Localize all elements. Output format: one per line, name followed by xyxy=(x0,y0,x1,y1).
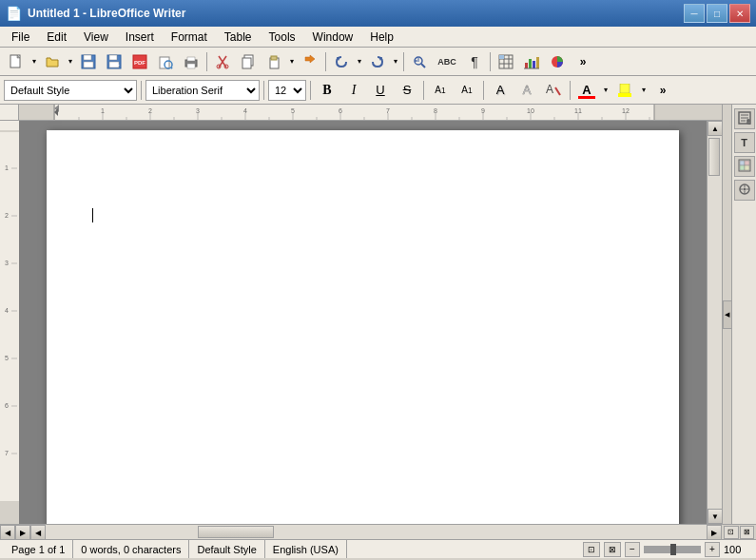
copy-button[interactable] xyxy=(236,50,261,73)
scroll-thumb-horizontal[interactable] xyxy=(198,526,274,538)
paragraph-style-select[interactable]: Default Style Heading 1 Heading 2 Body T… xyxy=(4,80,137,101)
superscript-button[interactable]: A1 xyxy=(428,79,453,102)
insert-table-button[interactable] xyxy=(494,50,518,73)
window-title: Untitled 1 - LibreOffice Writer xyxy=(28,7,185,20)
menu-tools[interactable]: Tools xyxy=(262,29,303,46)
subscript-button[interactable]: A1 xyxy=(455,79,479,102)
svg-rect-37 xyxy=(499,55,504,59)
svg-text:11: 11 xyxy=(574,107,582,114)
highlight-dropdown[interactable]: ▾ xyxy=(639,79,649,102)
status-view2-button[interactable]: ⊠ xyxy=(604,542,621,557)
zoom-in-button[interactable]: + xyxy=(705,542,720,557)
autonumber-button[interactable]: ¶ xyxy=(462,50,487,73)
menu-view[interactable]: View xyxy=(76,29,116,46)
redo-button[interactable] xyxy=(365,50,390,73)
shadow-text-button[interactable]: A xyxy=(488,79,513,102)
next-page-button[interactable]: ▶ xyxy=(15,525,30,540)
scroll-down-button[interactable]: ▼ xyxy=(708,509,722,524)
menu-help[interactable]: Help xyxy=(362,29,401,46)
menu-edit[interactable]: Edit xyxy=(39,29,74,46)
font-size-select[interactable]: 891011 12141618 xyxy=(268,80,306,101)
print-button[interactable] xyxy=(179,50,204,73)
saveas-button[interactable]: + xyxy=(102,50,126,73)
title-bar: 📄 Untitled 1 - LibreOffice Writer ─ □ ✕ xyxy=(0,0,756,27)
svg-rect-115 xyxy=(740,161,745,165)
scroll-right-button[interactable]: ▶ xyxy=(707,525,722,540)
underline-button[interactable]: U xyxy=(368,79,393,102)
zoom-slider[interactable] xyxy=(644,546,701,553)
open-dropdown[interactable]: ▾ xyxy=(66,50,75,73)
more-button[interactable]: » xyxy=(571,50,595,73)
svg-rect-16 xyxy=(187,64,195,68)
menu-table[interactable]: Table xyxy=(217,29,260,46)
italic-button[interactable]: I xyxy=(341,79,366,102)
svg-text:1: 1 xyxy=(101,107,105,114)
minimize-button[interactable]: ─ xyxy=(684,4,705,23)
scroll-left-button[interactable]: ◀ xyxy=(30,525,46,540)
menu-file[interactable]: File xyxy=(4,29,37,46)
font-name-select[interactable]: Liberation Serif Arial Times New Roman xyxy=(145,80,260,101)
cloneformat-button[interactable] xyxy=(298,50,322,73)
close-button[interactable]: ✕ xyxy=(729,4,750,23)
cut-button[interactable] xyxy=(210,50,235,73)
view-normal-button[interactable]: ⊡ xyxy=(724,526,739,539)
sidebar-navigator-button[interactable] xyxy=(734,180,755,201)
ruler-corner xyxy=(0,105,19,121)
status-style: Default Style xyxy=(189,540,264,558)
insert-chart-button[interactable] xyxy=(519,50,544,73)
pdf-button[interactable]: PDF xyxy=(127,50,152,73)
prev-page-button[interactable]: ◀ xyxy=(0,525,15,540)
print-preview-button[interactable] xyxy=(153,50,178,73)
scroll-thumb-vertical[interactable] xyxy=(708,138,720,176)
app-icon: 📄 xyxy=(6,6,22,21)
view-web-button[interactable]: ⊠ xyxy=(740,526,755,539)
status-view1-button[interactable]: ⊡ xyxy=(583,542,600,557)
clear-format-button[interactable]: A xyxy=(541,79,566,102)
zoom-level: 100 xyxy=(724,544,752,555)
paste-dropdown[interactable]: ▾ xyxy=(287,50,297,73)
new-button[interactable] xyxy=(4,50,29,73)
zoom-out-button[interactable]: − xyxy=(625,542,640,557)
spellcheck-button[interactable]: ABC xyxy=(433,50,461,73)
status-bar: Page 1 of 1 0 words, 0 characters Defaul… xyxy=(0,539,756,558)
svg-rect-46 xyxy=(620,84,630,93)
document-page[interactable] xyxy=(47,130,679,524)
maximize-button[interactable]: □ xyxy=(707,4,727,23)
font-color-dropdown[interactable]: ▾ xyxy=(601,79,611,102)
bold-button[interactable]: B xyxy=(315,79,339,102)
save-button[interactable] xyxy=(76,50,101,73)
menu-format[interactable]: Format xyxy=(164,29,215,46)
zoom-slider-handle[interactable] xyxy=(670,544,676,555)
insert-piechart-button[interactable] xyxy=(545,50,570,73)
toolbar2-more[interactable]: » xyxy=(650,79,675,102)
font-color-button[interactable]: A xyxy=(574,79,599,102)
undo-dropdown[interactable]: ▾ xyxy=(355,50,364,73)
svg-text:5: 5 xyxy=(5,355,9,361)
sidebar-gallery-button[interactable] xyxy=(734,156,755,177)
scroll-track-horizontal xyxy=(46,525,707,539)
svg-rect-40 xyxy=(533,61,535,68)
sidebar-expand-button[interactable]: ◀ xyxy=(723,300,732,329)
sidebar-properties-button[interactable] xyxy=(734,108,755,129)
svg-text:1: 1 xyxy=(5,164,9,171)
redo-dropdown[interactable]: ▾ xyxy=(391,50,400,73)
vertical-scrollbar[interactable]: ▲ ▼ xyxy=(707,121,722,524)
highlight-button[interactable] xyxy=(612,79,637,102)
strikethrough-button[interactable]: S xyxy=(395,79,419,102)
sidebar-styles-button[interactable]: T xyxy=(734,132,755,153)
svg-line-28 xyxy=(421,64,425,68)
vertical-ruler-track: 1 2 3 4 5 6 7 xyxy=(0,121,19,524)
status-language: English (USA) xyxy=(265,540,347,558)
open-button[interactable] xyxy=(40,50,65,73)
menu-insert[interactable]: Insert xyxy=(118,29,162,46)
new-dropdown[interactable]: ▾ xyxy=(29,50,39,73)
document-scroll-area[interactable]: ▲ ▼ xyxy=(19,121,722,524)
svg-rect-15 xyxy=(187,57,195,61)
scroll-up-button[interactable]: ▲ xyxy=(708,121,722,136)
paste-button[interactable] xyxy=(262,50,286,73)
menu-window[interactable]: Window xyxy=(305,29,361,46)
svg-text:2: 2 xyxy=(148,107,152,114)
outline-text-button[interactable]: A xyxy=(514,79,539,102)
findbar-button[interactable] xyxy=(407,50,432,73)
undo-button[interactable] xyxy=(329,50,354,73)
